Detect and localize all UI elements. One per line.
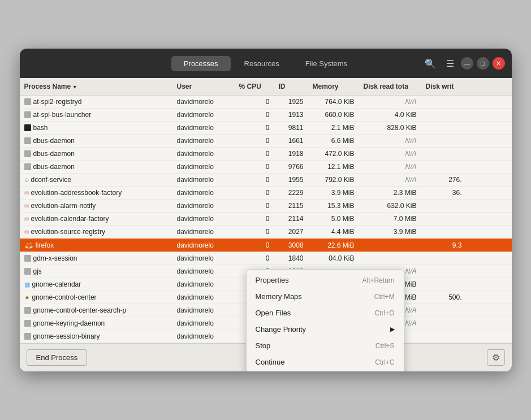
table-row[interactable]: 🦊firefox davidmorelo 0 3008 22.6 MiB 9.3 xyxy=(20,239,512,252)
process-name-cell: dbus-daemon xyxy=(20,161,172,173)
menu-item-memory-maps[interactable]: Memory Maps Ctrl+M xyxy=(247,288,404,305)
memory-cell: 472.0 KiB xyxy=(308,148,359,160)
column-header-user[interactable]: User xyxy=(172,81,235,92)
process-name-label: dbus-daemon xyxy=(33,163,75,171)
memory-cell: 660.0 KiB xyxy=(308,109,359,121)
disk-read-cell: 3.9 MiB xyxy=(359,226,421,238)
tab-file-systems[interactable]: File Systems xyxy=(293,56,360,71)
tab-resources[interactable]: Resources xyxy=(232,56,292,71)
user-cell: davidmorelo xyxy=(172,330,235,343)
process-name-label: gjs xyxy=(33,267,42,275)
disk-read-cell xyxy=(359,256,421,261)
table-row[interactable]: gdm-x-session davidmorelo 0 1840 04.0 Ki… xyxy=(20,252,512,265)
process-name-cell: 🦊firefox xyxy=(20,239,172,252)
memory-cell: 2.1 MiB xyxy=(308,122,359,134)
search-icon-button[interactable]: 🔍 xyxy=(421,56,439,71)
table-row[interactable]: dbus-daemon davidmorelo 0 1918 472.0 KiB… xyxy=(20,148,512,161)
user-cell: davidmorelo xyxy=(172,291,235,304)
column-header-memory[interactable]: Memory xyxy=(308,81,359,92)
end-process-button[interactable]: End Process xyxy=(27,349,88,366)
table-row[interactable]: at-spi-bus-launcher davidmorelo 0 1913 6… xyxy=(20,109,512,122)
table-row[interactable]: bash davidmorelo 0 9811 2.1 MiB 828.0 Ki… xyxy=(20,122,512,135)
tab-processes[interactable]: Processes xyxy=(171,56,231,71)
disk-write-cell: 500. xyxy=(421,291,467,304)
menu-item-end[interactable]: End Ctrl+E xyxy=(247,370,404,371)
memory-cell: 15.3 MiB xyxy=(308,200,359,212)
memory-cell: 792.0 KiB xyxy=(308,174,359,186)
memory-cell: 12.1 MiB xyxy=(308,161,359,173)
table-row[interactable]: dbus-daemon davidmorelo 0 1661 6.6 MiB N… xyxy=(20,135,512,148)
menu-item-label: Memory Maps xyxy=(256,292,302,301)
menu-item-change-priority[interactable]: Change Priority ▶ xyxy=(247,321,404,337)
menu-icon-button[interactable]: ☰ xyxy=(443,56,457,71)
column-header-cpu[interactable]: % CPU xyxy=(235,81,274,92)
memory-cell: 764.0 KiB xyxy=(308,96,359,108)
close-button[interactable]: ✕ xyxy=(493,57,505,70)
process-name-label: at-spi2-registryd xyxy=(33,98,82,106)
user-cell: davidmorelo xyxy=(172,135,235,147)
id-cell: 9811 xyxy=(274,122,308,134)
disk-read-cell: N/A xyxy=(359,148,421,160)
column-header-id[interactable]: ID xyxy=(274,81,308,92)
minimize-button[interactable]: — xyxy=(461,57,473,70)
window-controls: 🔍 ☰ — □ ✕ xyxy=(421,56,505,71)
disk-write-cell xyxy=(421,203,467,208)
menu-item-open-files[interactable]: Open Files Ctrl+O xyxy=(247,305,404,321)
menu-item-label: Stop xyxy=(256,341,271,350)
memory-cell: 3.9 MiB xyxy=(308,187,359,199)
process-name-cell: gnome-control-center-search-p xyxy=(20,304,172,317)
disk-write-cell xyxy=(421,99,467,104)
menu-shortcut: Ctrl+O xyxy=(374,309,394,317)
user-cell: davidmorelo xyxy=(172,213,235,225)
table-row[interactable]: ✉evolution-calendar-factory davidmorelo … xyxy=(20,213,512,226)
id-cell: 1925 xyxy=(274,96,308,108)
process-name-cell: at-spi2-registryd xyxy=(20,96,172,108)
menu-item-stop[interactable]: Stop Ctrl+S xyxy=(247,337,404,354)
column-header-disk-write[interactable]: Disk writ xyxy=(421,81,467,92)
process-name-cell: ✉evolution-alarm-notify xyxy=(20,200,172,212)
user-cell: davidmorelo xyxy=(172,161,235,173)
column-header-name[interactable]: Process Name xyxy=(20,81,172,92)
menu-item-label: Continue xyxy=(256,358,285,366)
process-name-cell: ▦gnome-calendar xyxy=(20,278,172,291)
id-cell: 1955 xyxy=(274,174,308,186)
menu-item-properties[interactable]: Properties Alt+Return xyxy=(247,272,404,288)
process-name-cell: ✉evolution-source-registry xyxy=(20,226,172,238)
menu-shortcut: Ctrl+S xyxy=(375,342,395,350)
table-row[interactable]: ✉evolution-addressbook-factory davidmore… xyxy=(20,187,512,200)
cpu-cell: 0 xyxy=(235,252,274,265)
disk-write-cell: 276. xyxy=(421,174,467,186)
submenu-arrow-icon: ▶ xyxy=(390,326,395,333)
column-header-disk-read[interactable]: Disk read tota xyxy=(359,81,421,92)
disk-read-cell: 7.0 MiB xyxy=(359,213,421,225)
table-row[interactable]: dbus-daemon davidmorelo 0 9766 12.1 MiB … xyxy=(20,161,512,174)
process-name-cell: gdm-x-session xyxy=(20,252,172,265)
table-row[interactable]: ✉evolution-alarm-notify davidmorelo 0 21… xyxy=(20,200,512,213)
cpu-cell: 0 xyxy=(235,200,274,212)
table-row[interactable]: ✉evolution-source-registry davidmorelo 0… xyxy=(20,226,512,239)
disk-read-cell: N/A xyxy=(359,135,421,147)
memory-cell: 6.6 MiB xyxy=(308,135,359,147)
disk-read-cell xyxy=(359,243,421,248)
user-cell: davidmorelo xyxy=(172,148,235,160)
gear-button[interactable]: ⚙ xyxy=(487,349,505,366)
process-name-cell: ★gnome-control-center xyxy=(20,291,172,304)
maximize-button[interactable]: □ xyxy=(477,57,489,70)
user-cell: davidmorelo xyxy=(172,122,235,134)
menu-item-continue[interactable]: Continue Ctrl+C xyxy=(247,354,404,370)
disk-read-cell: 2.3 MiB xyxy=(359,187,421,199)
user-cell: davidmorelo xyxy=(172,187,235,199)
context-menu: Properties Alt+Return Memory Maps Ctrl+M… xyxy=(246,269,404,371)
user-cell: davidmorelo xyxy=(172,278,235,291)
table-row[interactable]: at-spi2-registryd davidmorelo 0 1925 764… xyxy=(20,96,512,109)
disk-write-cell: 36. xyxy=(421,187,467,199)
process-name-label: gnome-calendar xyxy=(32,280,81,288)
cpu-cell: 0 xyxy=(235,135,274,147)
process-name-label: firefox xyxy=(36,241,54,249)
process-name-label: gnome-control-center xyxy=(32,293,97,301)
process-name-label: gnome-keyring-daemon xyxy=(33,319,105,327)
user-cell: davidmorelo xyxy=(172,200,235,212)
table-row[interactable]: ⊙dconf-service davidmorelo 0 1955 792.0 … xyxy=(20,174,512,187)
id-cell: 3008 xyxy=(274,239,308,252)
process-name-cell: gnome-session-binary xyxy=(20,330,172,343)
